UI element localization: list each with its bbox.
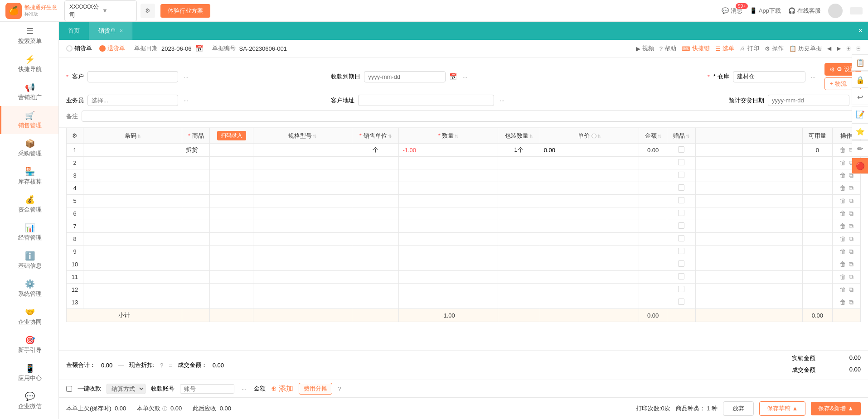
account-input[interactable] <box>180 384 234 394</box>
next-btn[interactable]: ▶ <box>837 45 841 52</box>
cell-spec[interactable] <box>253 157 352 169</box>
one-click-checkbox[interactable] <box>66 386 72 392</box>
sidebar-item-guide[interactable]: 🎯 新手引导 <box>0 331 58 359</box>
cell-gift[interactable] <box>667 144 696 157</box>
cell-price[interactable] <box>540 233 639 246</box>
cell-spec[interactable] <box>253 182 352 195</box>
copy-row-btn[interactable]: ⧉ <box>849 222 853 230</box>
th-settings[interactable]: ⚙ <box>67 128 83 144</box>
print-tool-btn[interactable]: 🖨 打印 <box>740 44 759 53</box>
delete-row-btn[interactable]: 🗑 <box>839 286 846 293</box>
cell-barcode[interactable] <box>83 246 182 258</box>
cell-memo[interactable] <box>695 207 802 220</box>
cell-price[interactable] <box>540 144 639 157</box>
grid-view-btn[interactable]: ⊟ <box>856 45 861 52</box>
sidebar-item-system[interactable]: ⚙️ 系统管理 <box>0 275 58 303</box>
cell-qty[interactable] <box>399 220 498 233</box>
warehouse-more-btn[interactable]: ··· <box>809 73 818 80</box>
float-btn-6[interactable]: ✏ <box>852 140 868 157</box>
sidebar-item-basic[interactable]: ℹ️ 基础信息 <box>0 246 58 275</box>
cell-gift[interactable] <box>667 296 696 309</box>
cell-price[interactable] <box>540 169 639 182</box>
copy-row-btn[interactable]: ⧉ <box>849 286 853 293</box>
cell-barcode[interactable] <box>83 182 182 195</box>
copy-row-btn[interactable]: ⧉ <box>849 235 853 242</box>
cell-barcode[interactable] <box>83 207 182 220</box>
message-btn[interactable]: 💬 消息 99+ <box>722 7 742 15</box>
cell-barcode[interactable] <box>83 144 182 157</box>
notes-input[interactable] <box>82 111 861 122</box>
due-date-calendar-icon[interactable]: 📅 <box>449 73 457 80</box>
cell-price[interactable] <box>540 271 639 284</box>
discount-help-icon[interactable]: ? <box>160 362 163 369</box>
cell-qty[interactable] <box>399 271 498 284</box>
video-tool-btn[interactable]: ▶ 视频 <box>636 44 654 53</box>
tab-close-icon[interactable]: × <box>120 28 123 34</box>
cell-memo[interactable] <box>695 296 802 309</box>
cell-price[interactable] <box>540 207 639 220</box>
sidebar-item-marketing[interactable]: 📢 营销推广 <box>0 78 58 106</box>
float-btn-7[interactable]: 🔴 <box>852 158 868 174</box>
warehouse-input[interactable] <box>733 71 805 82</box>
cell-spec[interactable] <box>253 207 352 220</box>
copy-row-btn[interactable]: ⧉ <box>849 184 853 192</box>
delete-row-btn[interactable]: 🗑 <box>839 184 846 192</box>
delete-row-btn[interactable]: 🗑 <box>839 299 846 306</box>
tab-home[interactable]: 首页 <box>59 22 89 40</box>
cell-spec[interactable] <box>253 144 352 157</box>
salesperson-input[interactable] <box>87 95 178 106</box>
cell-barcode[interactable] <box>83 258 182 271</box>
cell-qty[interactable] <box>399 233 498 246</box>
list-view-btn[interactable]: ⊞ <box>846 45 851 52</box>
online-service-btn[interactable]: 🎧 在线客服 <box>788 7 821 15</box>
cell-barcode[interactable] <box>83 233 182 246</box>
cell-gift[interactable] <box>667 182 696 195</box>
tab-bar-close-btn[interactable]: × <box>858 27 868 35</box>
delete-row-btn[interactable]: 🗑 <box>839 273 846 280</box>
cell-price[interactable] <box>540 157 639 169</box>
cell-price[interactable] <box>540 258 639 271</box>
cell-gift[interactable] <box>667 207 696 220</box>
scan-input-btn[interactable]: 扫码录入 <box>217 131 246 140</box>
salesperson-more-btn[interactable]: ··· <box>182 97 190 104</box>
date-calendar-icon[interactable]: 📅 <box>195 45 203 52</box>
tab-sales-order[interactable]: 销货单 × <box>89 22 132 40</box>
cell-gift[interactable] <box>667 233 696 246</box>
float-btn-2[interactable]: 🔒 <box>852 72 868 88</box>
address-input[interactable] <box>358 95 494 106</box>
cell-gift[interactable] <box>667 157 696 169</box>
sidebar-item-sales[interactable]: 🛒 销售管理 <box>0 106 58 134</box>
copy-row-btn[interactable]: ⧉ <box>849 273 853 280</box>
cell-barcode[interactable] <box>83 157 182 169</box>
cell-memo[interactable] <box>695 246 802 258</box>
cell-memo[interactable] <box>695 169 802 182</box>
cell-gift[interactable] <box>667 246 696 258</box>
float-btn-4[interactable]: 📝 <box>852 106 868 122</box>
delete-row-btn[interactable]: 🗑 <box>839 222 846 230</box>
sidebar-item-purchase[interactable]: 📦 采购管理 <box>0 134 58 162</box>
expected-date-input[interactable] <box>768 95 849 106</box>
add-payment-btn[interactable]: ⊕ 添加 <box>271 384 293 394</box>
cell-gift[interactable] <box>667 271 696 284</box>
cell-qty[interactable] <box>399 284 498 296</box>
cell-qty[interactable] <box>399 157 498 169</box>
address-more-btn[interactable]: ··· <box>498 97 506 104</box>
cell-memo[interactable] <box>695 284 802 296</box>
account-more-btn[interactable]: ··· <box>240 385 248 392</box>
sidebar-item-inventory[interactable]: 🏪 库存核算 <box>0 162 58 190</box>
cell-spec[interactable] <box>253 258 352 271</box>
cell-spec[interactable] <box>253 246 352 258</box>
cell-gift[interactable] <box>667 169 696 182</box>
cell-qty[interactable] <box>399 169 498 182</box>
sidebar-item-shortcut[interactable]: ⚡ 快捷导航 <box>0 50 58 78</box>
cell-spec[interactable] <box>253 233 352 246</box>
customer-more-btn[interactable]: ··· <box>182 73 190 80</box>
due-date-input[interactable] <box>364 71 446 82</box>
cell-spec[interactable] <box>253 169 352 182</box>
cell-spec[interactable] <box>253 296 352 309</box>
cell-gift[interactable] <box>667 195 696 207</box>
sidebar-item-member[interactable]: 👑 畅会员 <box>0 415 58 419</box>
copy-row-btn[interactable]: ⧉ <box>849 248 853 255</box>
sidebar-item-apps[interactable]: 📱 应用中心 <box>0 359 58 387</box>
cell-memo[interactable] <box>695 271 802 284</box>
